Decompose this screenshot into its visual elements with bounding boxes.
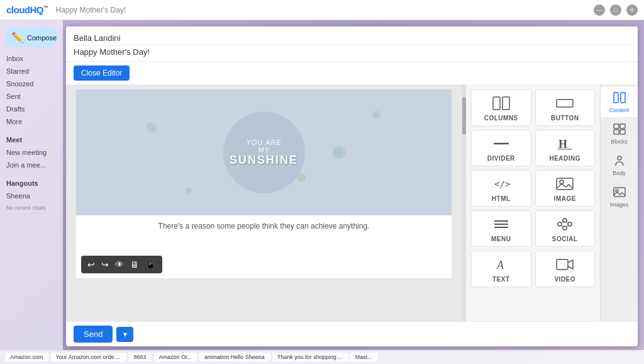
grid-item-text[interactable]: A TEXT [471, 251, 531, 287]
editor-subject-field[interactable]: Happy Mother's Day! [74, 45, 630, 59]
meet-label: Meet [6, 136, 22, 144]
inbox-label: Inbox [6, 55, 23, 62]
preview-icon[interactable]: 👁 [114, 258, 125, 271]
maximize-icon[interactable]: □ [610, 4, 621, 16]
svg-point-12 [558, 222, 562, 226]
svg-rect-25 [620, 124, 625, 128]
sunshine-line3: SUNSHINE [230, 154, 298, 167]
to-value: Bella Landini [74, 33, 120, 43]
bottom-tab-4[interactable]: animation Hello Sheena [199, 353, 270, 361]
bottom-tab-6[interactable]: Mast... [350, 353, 377, 361]
button-icon [556, 96, 574, 112]
sidebar-item-drafts[interactable]: Drafts [0, 103, 63, 115]
grid-item-image[interactable]: IMAGE [535, 170, 596, 207]
editor-to-field[interactable]: Bella Landini [74, 31, 630, 45]
divider-icon [492, 137, 510, 152]
bottom-tab-2[interactable]: 8663 [129, 353, 152, 361]
email-content: YOU ARE MY SUNSHINE There's a reason som… [76, 89, 452, 278]
bottom-bar: Amazon.com Your Amazon.com order #111...… [0, 350, 644, 364]
subject-value: Happy Mother's Day! [74, 47, 150, 57]
svg-rect-1 [502, 97, 509, 110]
bottom-tab-1[interactable]: Your Amazon.com order #111... [51, 353, 126, 361]
panel-scrollbar [462, 84, 466, 321]
bottom-tab-0[interactable]: Amazon.com [5, 353, 48, 361]
sidebar-item-sent[interactable]: Sent [0, 90, 63, 103]
svg-point-14 [568, 222, 572, 226]
no-recent-label: No recent chats [6, 205, 46, 211]
svg-text:A: A [496, 259, 504, 271]
redo-icon[interactable]: ↪ [100, 258, 110, 271]
new-meeting-label: New meeting [6, 149, 47, 156]
tab-content[interactable]: Content [601, 87, 638, 117]
sidebar-item-snoozed[interactable]: Snoozed [0, 77, 63, 90]
drafts-label: Drafts [6, 105, 25, 113]
heading-icon: H [556, 137, 574, 152]
topbar: cloudHQ™ Happy Mother's Day! — □ ✕ [0, 0, 644, 20]
html-icon: </> [492, 177, 510, 193]
grid-item-columns[interactable]: COLUMNS [471, 89, 531, 126]
svg-rect-22 [614, 93, 618, 103]
editor-modal: Bella Landini Happy Mother's Day! Close … [66, 26, 638, 346]
topbar-actions: — □ ✕ [594, 4, 638, 16]
sidebar-meet: Meet [0, 134, 63, 146]
social-label: SOCIAL [552, 236, 578, 242]
svg-rect-0 [493, 97, 500, 110]
sidebar-new-meeting[interactable]: New meeting [0, 146, 63, 159]
tab-images[interactable]: Images [601, 181, 638, 212]
sidebar-item-inbox[interactable]: Inbox [0, 52, 63, 65]
svg-rect-23 [621, 93, 625, 103]
mobile-icon[interactable]: 📱 [144, 258, 157, 271]
svg-rect-2 [557, 100, 573, 107]
send-bar: Send ▼ [66, 321, 638, 346]
content-grid: COLUMNS BUTTON [471, 89, 595, 287]
contact-label: Sheena [6, 192, 30, 200]
heading-label: HEADING [549, 155, 580, 162]
undo-icon[interactable]: ↩ [86, 258, 96, 271]
close-icon[interactable]: ✕ [626, 4, 638, 16]
tab-body[interactable]: Body [601, 150, 638, 180]
sunshine-line2: MY [258, 146, 270, 154]
grid-item-video[interactable]: VIDEO [535, 251, 596, 287]
image-label: IMAGE [554, 195, 576, 202]
minimize-icon[interactable]: — [594, 4, 605, 16]
email-paragraph-1: There's a reason some people think they … [86, 222, 441, 230]
bottom-tab-3[interactable]: Amazon Or... [154, 353, 197, 361]
sidebar-item-starred[interactable]: Starred [0, 65, 63, 77]
snoozed-label: Snoozed [6, 80, 33, 88]
more-label: More [6, 118, 22, 125]
sidebar-item-more[interactable]: More [0, 115, 63, 128]
hangouts-label: Hangouts [6, 179, 38, 187]
grid-item-menu[interactable]: MENU [471, 210, 531, 247]
body-tab-icon [613, 155, 626, 169]
email-preview[interactable]: YOU ARE MY SUNSHINE There's a reason som… [66, 84, 462, 321]
sidebar-join-meeting[interactable]: Join a mee... [0, 159, 63, 171]
bottom-tab-5[interactable]: Thank you for shopping wit... [272, 353, 348, 361]
grid-item-heading[interactable]: H HEADING [535, 130, 596, 166]
scrollbar-thumb[interactable] [462, 97, 466, 135]
tab-blocks[interactable]: Blocks [601, 118, 638, 149]
svg-point-15 [563, 226, 567, 230]
close-editor-button[interactable]: Close Editor [74, 65, 130, 81]
send-button[interactable]: Send [74, 326, 113, 343]
logo-text: cloudHQ [6, 4, 43, 15]
text-label: TEXT [492, 276, 510, 283]
svg-point-28 [618, 156, 621, 160]
compose-button[interactable]: ✏️ Compose [5, 28, 58, 47]
body-tab-label: Body [613, 170, 626, 176]
grid-item-html[interactable]: </> HTML [471, 170, 531, 207]
sidebar-contact-sheena[interactable]: Sheena [0, 190, 63, 202]
html-label: HTML [492, 195, 511, 202]
images-tab-icon [613, 186, 626, 200]
email-header-image: YOU ARE MY SUNSHINE [76, 89, 452, 215]
svg-rect-21 [557, 259, 568, 270]
sunshine-line1: YOU ARE [246, 139, 281, 146]
menu-icon [492, 217, 510, 233]
desktop-icon[interactable]: 🖥 [129, 258, 140, 271]
grid-item-social[interactable]: SOCIAL [535, 210, 596, 247]
sidebar-divider [0, 130, 63, 131]
grid-item-button[interactable]: BUTTON [535, 89, 596, 126]
blocks-tab-icon [613, 123, 626, 137]
grid-item-divider[interactable]: DIVIDER [471, 130, 531, 166]
send-dropdown-button[interactable]: ▼ [116, 327, 133, 342]
blocks-tab-label: Blocks [611, 139, 628, 145]
